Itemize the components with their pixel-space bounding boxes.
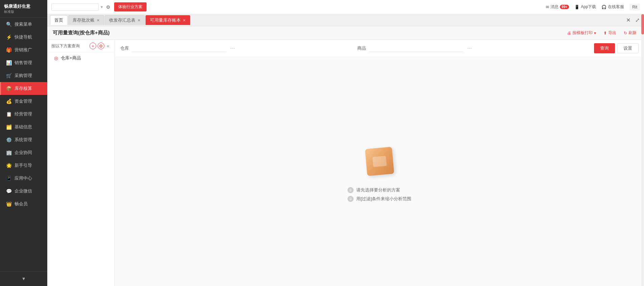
product-more-btn[interactable]: ··· xyxy=(466,45,473,51)
warehouse-product-icon: ◎ xyxy=(54,55,58,61)
empty-box-face xyxy=(372,156,386,167)
building-icon: 🏢 xyxy=(6,150,12,156)
phone-icon: 📱 xyxy=(574,5,579,9)
hint-2-text: 用[过滤]条件来缩小分析范围 xyxy=(356,196,411,202)
filter-warehouse-product[interactable]: ◎ 仓库+商品 xyxy=(47,52,114,64)
filter-settings-button[interactable]: ⚙ xyxy=(98,43,104,49)
sidebar-item-wechat[interactable]: 💬 企业微信 xyxy=(0,185,47,198)
export-icon: ⬆ xyxy=(603,31,607,35)
sidebar-header: 畅康通好生意 标准版 xyxy=(0,0,47,18)
sidebar-item-label: 快捷导航 xyxy=(15,34,32,40)
tab-available-qty[interactable]: 可用量库存账本 ✕ xyxy=(146,15,190,25)
tab-batch-account[interactable]: 库存批次账 ✕ xyxy=(68,15,104,25)
refresh-button[interactable]: ↻ 刷新 xyxy=(622,29,639,37)
sidebar-item-label: 应用中心 xyxy=(15,175,32,181)
tab-available-qty-close[interactable]: ✕ xyxy=(183,19,186,22)
sidebar-item-operations[interactable]: 📋 经营管理 xyxy=(0,108,47,121)
brand-name: 畅康通好生意 xyxy=(4,3,43,9)
hint-1-text: 请先选择要分析的方案 xyxy=(356,187,400,193)
sidebar-item-guide[interactable]: 🌟 新手引导 xyxy=(0,159,47,172)
service-label: 在线客服 xyxy=(608,4,624,10)
warehouse-field: 仓库 ··· xyxy=(120,45,352,52)
cart-icon: 🛒 xyxy=(6,73,12,79)
sidebar-item-inventory[interactable]: 📦 库存核算 xyxy=(0,82,47,95)
money-icon: 💰 xyxy=(6,98,12,104)
filter-panel-header: 按以下方案查询 + ⚙ « xyxy=(47,40,114,52)
sidebar-item-marketing[interactable]: 🎁 营销推广 xyxy=(0,44,47,56)
sidebar-item-label: 系统管理 xyxy=(15,137,32,143)
warehouse-input[interactable] xyxy=(132,45,226,52)
export-button[interactable]: ⬆ 导出 xyxy=(601,29,618,37)
sidebar-item-label: 营销推广 xyxy=(15,47,32,53)
gift-icon: 🎁 xyxy=(6,47,12,53)
topbar-gear-button[interactable]: ⚙ xyxy=(105,3,111,11)
page-header: 可用量查询(按仓库+商品) 🖨 按模板打印 ▾ ⬆ 导出 ↻ 刷新 xyxy=(47,26,644,40)
tab-batch-account-close[interactable]: ✕ xyxy=(97,19,100,22)
refresh-label: 刷新 xyxy=(628,30,637,36)
topbar-dropdown-icon[interactable]: ▾ xyxy=(101,4,103,9)
notif-badge: 99+ xyxy=(560,5,569,9)
topbar-industry-button[interactable]: 体验行业方案 xyxy=(114,2,147,11)
print-template-button[interactable]: 🖨 按模板打印 ▾ xyxy=(565,29,598,37)
export-label: 导出 xyxy=(608,30,616,36)
headset-icon: 🎧 xyxy=(601,5,607,9)
brand-sub: 标准版 xyxy=(4,9,43,14)
content-area: 按以下方案查询 + ⚙ « ◎ 仓库+商品 仓库 ··· xyxy=(47,40,644,286)
sidebar-item-system[interactable]: ⚙️ 系统管理 xyxy=(0,133,47,146)
sidebar-scroll-down-btn[interactable]: ▼ xyxy=(3,274,45,283)
sidebar-item-label: 基础信息 xyxy=(15,124,32,130)
topbar-notification[interactable]: ✉ 消息 99+ xyxy=(546,4,569,10)
settings-button[interactable]: 设置 xyxy=(617,43,639,53)
sidebar-item-label: 资金管理 xyxy=(15,98,32,104)
sidebar-item-purchase[interactable]: 🛒 采购管理 xyxy=(0,69,47,82)
tab-batch-account-label: 库存批次账 xyxy=(73,17,95,23)
sidebar-item-quick-nav[interactable]: ⚡ 快捷导航 xyxy=(0,31,47,44)
tab-home[interactable]: 首页 xyxy=(50,15,68,25)
filter-collapse-button[interactable]: « xyxy=(106,43,110,49)
sidebar-item-member[interactable]: 👑 畅会员 xyxy=(0,198,47,210)
lightning-icon: ⚡ xyxy=(6,34,12,40)
topbar-online-service[interactable]: 🎧 在线客服 xyxy=(601,4,624,10)
sidebar-item-app-center[interactable]: 📱 应用中心 xyxy=(0,172,47,185)
topbar-search-input[interactable] xyxy=(51,3,99,11)
warehouse-more-btn[interactable]: ··· xyxy=(229,45,236,51)
empty-hint-1: ① 请先选择要分析的方案 xyxy=(347,187,411,193)
main-area: ▾ ⚙ 体验行业方案 ✉ 消息 99+ 📱 App下载 🎧 在线客服 Rit xyxy=(47,0,644,286)
query-button[interactable]: 查询 xyxy=(594,43,615,53)
refresh-icon: ↻ xyxy=(624,31,627,35)
mobile-icon: 📱 xyxy=(6,175,12,181)
sidebar-item-basic-info[interactable]: 🗂️ 基础信息 xyxy=(0,121,47,133)
topbar-user-info[interactable]: Rit xyxy=(629,4,640,10)
tab-close-button[interactable]: ✕ xyxy=(624,16,632,24)
clipboard-icon: 📋 xyxy=(6,111,12,117)
sidebar-item-finance[interactable]: 💰 资金管理 xyxy=(0,95,47,108)
sidebar-bottom[interactable]: ▼ xyxy=(0,271,47,286)
sidebar-item-label: 企业微信 xyxy=(15,188,32,194)
star-icon: 🌟 xyxy=(6,162,12,168)
crown-icon: 👑 xyxy=(6,201,12,207)
sidebar-item-label: 搜索菜单 xyxy=(15,21,32,27)
sidebar-item-label: 畅会员 xyxy=(15,201,28,207)
tab-inventory-summary[interactable]: 收发存汇总表 ✕ xyxy=(105,15,145,25)
topbar-app-download[interactable]: 📱 App下载 xyxy=(574,4,596,10)
sidebar-item-sales[interactable]: 📊 销售管理 xyxy=(0,56,47,69)
search-icon: 🔍 xyxy=(6,21,12,27)
product-input[interactable] xyxy=(369,45,463,52)
folder-icon: 🗂️ xyxy=(6,124,12,130)
sidebar-item-search[interactable]: 🔍 搜索菜单 xyxy=(0,18,47,31)
right-scrollbar[interactable] xyxy=(641,14,644,286)
product-field: 商品 ··· xyxy=(357,45,589,52)
sidebar-item-label: 经营管理 xyxy=(15,111,32,117)
filter-panel: 按以下方案查询 + ⚙ « ◎ 仓库+商品 xyxy=(47,40,115,286)
tab-expand-button[interactable]: ⤢ xyxy=(634,16,641,24)
filter-add-button[interactable]: + xyxy=(89,43,96,49)
topbar-right: ✉ 消息 99+ 📱 App下载 🎧 在线客服 Rit xyxy=(546,4,640,10)
product-label: 商品 xyxy=(357,45,366,51)
filter-warehouse-product-label: 仓库+商品 xyxy=(61,55,81,61)
warehouse-label: 仓库 xyxy=(120,45,129,51)
tab-inventory-summary-close[interactable]: ✕ xyxy=(137,19,140,22)
sidebar-item-enterprise[interactable]: 🏢 企业协同 xyxy=(0,146,47,159)
chat-icon: 💬 xyxy=(6,188,12,194)
notif-label: 消息 xyxy=(550,4,559,10)
topbar: ▾ ⚙ 体验行业方案 ✉ 消息 99+ 📱 App下载 🎧 在线客服 Rit xyxy=(47,0,644,14)
